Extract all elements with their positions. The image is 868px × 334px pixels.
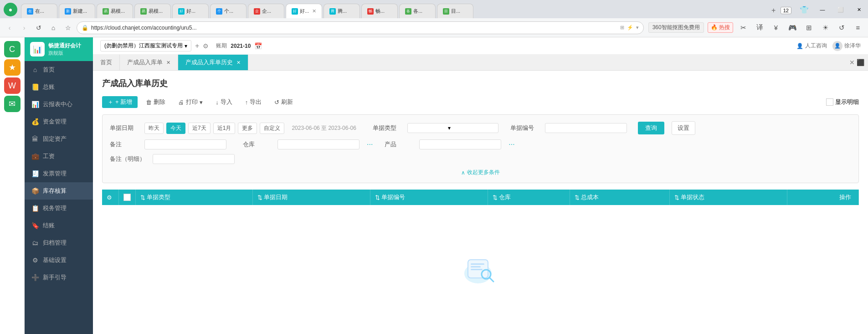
warehouse-dots[interactable]: ···: [367, 140, 373, 149]
date-yesterday[interactable]: 昨天: [144, 123, 164, 134]
sidebar-item-home[interactable]: ⌂ 首页: [25, 61, 93, 78]
export-button[interactable]: ↑ 导出: [241, 96, 267, 108]
browser-tab-4[interactable]: 易 易模...: [134, 4, 171, 18]
browser-tab-5[interactable]: 好 好...: [172, 4, 209, 18]
sidebar-item-reports[interactable]: 📊 云报表中心: [25, 96, 93, 113]
print-button[interactable]: 🖨 打印 ▾: [174, 96, 207, 108]
browser-tab-3[interactable]: 易 易模...: [97, 4, 133, 18]
sidebar-item-fixed[interactable]: 🏛 固定资产: [25, 130, 93, 148]
th-voucher-type[interactable]: ⇅ 单据类型: [135, 190, 253, 205]
date-more[interactable]: 更多: [238, 123, 257, 134]
sidebar-item-funds[interactable]: 💰 资金管理: [25, 113, 93, 130]
user-service[interactable]: 👤 人工咨询: [796, 42, 827, 50]
shirt-icon[interactable]: 👕: [797, 5, 812, 15]
tab-count-badge[interactable]: 12: [781, 7, 791, 14]
detail-remark-input[interactable]: [153, 154, 235, 164]
delete-button[interactable]: 🗑 删除: [141, 96, 170, 108]
game-icon[interactable]: 🎮: [786, 21, 799, 34]
sidebar-item-salary[interactable]: 💼 工资: [25, 148, 93, 165]
browser-tab-9[interactable]: 腾 腾...: [324, 4, 360, 18]
warehouse-input[interactable]: [277, 139, 360, 149]
refresh-data-button[interactable]: ↺ 刷新: [270, 96, 298, 108]
history-tab-close[interactable]: ✕: [236, 60, 241, 66]
th-voucher-date[interactable]: ⇅ 单据日期: [253, 190, 370, 205]
query-button[interactable]: 查询: [638, 122, 664, 134]
history-icon[interactable]: ↺: [835, 21, 848, 34]
settings-search-button[interactable]: 设置: [672, 121, 695, 135]
apps-icon[interactable]: ⊞: [802, 21, 815, 34]
voucher-number-input[interactable]: [545, 123, 627, 133]
sidebar-item-ledger[interactable]: 📒 总账: [25, 78, 93, 96]
date-1month[interactable]: 近1月: [213, 123, 236, 134]
scissors-icon[interactable]: ✂: [737, 21, 750, 34]
browser-tab-1[interactable]: 在 在...: [21, 4, 57, 18]
star-app-icon[interactable]: ★: [4, 59, 21, 76]
currency-icon[interactable]: ¥: [770, 21, 782, 34]
home-browser-button[interactable]: ⌂: [47, 22, 59, 34]
maximize-button[interactable]: ⬜: [832, 3, 850, 16]
theme-icon[interactable]: ☀: [819, 21, 832, 34]
product-input[interactable]: [419, 139, 501, 149]
date-custom[interactable]: 自定义: [260, 123, 284, 134]
show-detail-checkbox[interactable]: [826, 98, 833, 106]
company-settings-icon[interactable]: ⚙: [203, 42, 209, 50]
more-settings-icon[interactable]: ≡: [852, 21, 864, 34]
sidebar-item-settings[interactable]: ⚙ 基础设置: [25, 252, 93, 269]
sidebar-item-new-entry[interactable]: ➕ 新手引导: [25, 269, 93, 286]
sidebar-item-invoice[interactable]: 🧾 发票管理: [25, 165, 93, 182]
import-button[interactable]: ↓ 导入: [211, 96, 237, 108]
th-voucher-number[interactable]: ⇅ 单据编号: [370, 190, 488, 205]
add-button[interactable]: ＋ + 新增: [102, 96, 138, 108]
close-button[interactable]: ✕: [850, 3, 868, 16]
browser-tab-10[interactable]: 畅 畅...: [361, 4, 398, 18]
browser-tab-2[interactable]: 新 新建...: [59, 4, 95, 18]
remark-input[interactable]: [144, 139, 226, 149]
browser-tab-12[interactable]: 目 目...: [437, 4, 473, 18]
calendar-icon[interactable]: 📅: [254, 42, 262, 50]
page-close-icon[interactable]: ✕: [849, 59, 855, 66]
browser-tab-11[interactable]: 各 各...: [399, 4, 436, 18]
sidebar-item-settle[interactable]: 🔖 结账: [25, 217, 93, 234]
no-data-svg: [460, 251, 501, 287]
back-button[interactable]: ‹: [4, 22, 15, 34]
browser-tab-7[interactable]: 企 企...: [248, 4, 284, 18]
changjie-app-icon[interactable]: C: [4, 41, 21, 57]
date-7days[interactable]: 近7天: [188, 123, 211, 134]
breadcrumb-list[interactable]: 产成品入库单 ✕: [120, 55, 178, 70]
product-dots[interactable]: ···: [508, 140, 514, 149]
address-bar[interactable]: 🔒 https://cloud.chanjet.com/accounting/u…: [77, 21, 644, 34]
show-detail-toggle[interactable]: 显示明细: [826, 98, 859, 106]
dropdown-icon[interactable]: ▾: [636, 25, 639, 31]
collapse-button[interactable]: ∧ 收起更多条件: [110, 169, 851, 176]
page-expand-icon[interactable]: ⬛: [857, 59, 864, 66]
th-warehouse[interactable]: ⇅ 仓库: [488, 190, 570, 205]
th-voucher-status[interactable]: ⇅ 单据状态: [670, 190, 787, 205]
add-company-button[interactable]: +: [195, 42, 199, 50]
translate-icon[interactable]: 译: [753, 21, 766, 34]
mail-app-icon[interactable]: ✉: [4, 96, 21, 112]
th-gear[interactable]: ⚙: [102, 190, 118, 205]
tab-close-8[interactable]: ✕: [312, 8, 316, 14]
new-tab-button[interactable]: +: [768, 5, 780, 16]
user-account[interactable]: 👤 徐泽华: [832, 41, 861, 51]
select-all-checkbox[interactable]: [123, 194, 131, 201]
bookmark-button[interactable]: ☆: [62, 22, 74, 34]
minimize-button[interactable]: —: [813, 3, 832, 16]
breadcrumb-home[interactable]: 首页: [93, 55, 120, 70]
hot-search-label[interactable]: 🔥 热搜: [708, 22, 733, 33]
weibo-app-icon[interactable]: W: [4, 77, 21, 94]
sidebar-item-tax[interactable]: 📋 税务管理: [25, 200, 93, 217]
breadcrumb-history[interactable]: 产成品入库单历史 ✕: [178, 55, 248, 70]
refresh-browser-button[interactable]: ↺: [33, 22, 45, 34]
company-select[interactable]: (勿删勿禁用）江西服宝测试专用 ▾: [100, 40, 191, 51]
th-checkbox[interactable]: [118, 190, 135, 205]
voucher-type-select[interactable]: ▾: [407, 123, 498, 133]
th-total-cost[interactable]: ⇅ 总成本: [570, 190, 670, 205]
browser-tab-8[interactable]: 好 好... ✕: [286, 4, 322, 18]
date-today[interactable]: 今天: [166, 123, 185, 134]
list-tab-close[interactable]: ✕: [166, 60, 170, 66]
browser-tab-6[interactable]: 个 个...: [210, 4, 247, 18]
sidebar-item-inventory[interactable]: 📦 库存核算: [25, 182, 93, 200]
forward-button[interactable]: ›: [18, 22, 30, 34]
sidebar-item-archive[interactable]: 🗂 归档管理: [25, 234, 93, 252]
